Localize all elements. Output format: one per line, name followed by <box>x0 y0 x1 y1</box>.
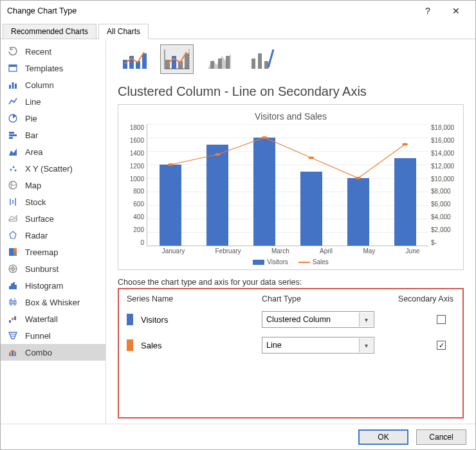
svg-rect-30 <box>15 285 17 289</box>
svg-rect-1 <box>9 65 17 67</box>
templates-icon <box>7 62 19 74</box>
stock-icon <box>7 196 19 208</box>
svg-rect-47 <box>142 53 147 69</box>
sidebar-label: Pie <box>25 114 37 123</box>
main-area: RecentTemplatesColumnLinePieBarAreaX Y (… <box>1 39 475 424</box>
svg-rect-37 <box>14 316 16 320</box>
ok-button[interactable]: OK <box>358 429 408 445</box>
svg-rect-48 <box>165 60 170 69</box>
col-series-name: Series Name <box>127 294 262 303</box>
sidebar-label: Column <box>25 80 54 90</box>
y-axis-primary: 180016001400120010008006004002000 <box>121 124 147 246</box>
sidebar-item-line[interactable]: Line <box>1 93 105 110</box>
sidebar-item-column[interactable]: Column <box>1 76 105 93</box>
recent-icon <box>7 46 19 57</box>
sidebar-item-map[interactable]: Map <box>1 177 105 194</box>
svg-point-67 <box>355 177 361 179</box>
series-header: Series Name Chart Type Secondary Axis <box>127 294 455 303</box>
x-tick: February <box>215 248 241 255</box>
sidebar-item-templates[interactable]: Templates <box>1 60 105 76</box>
svg-marker-19 <box>10 231 16 239</box>
x-tick: March <box>271 248 289 255</box>
chevron-down-icon: ▾ <box>359 338 373 352</box>
subtype-4[interactable] <box>245 44 279 74</box>
plot-area: 180016001400120010008006004002000 $18,00… <box>121 124 461 246</box>
sidebar-item-funnel[interactable]: Funnel <box>1 327 105 344</box>
sidebar-item-stock[interactable]: Stock <box>1 194 105 210</box>
sidebar-label: Line <box>25 97 41 107</box>
svg-rect-6 <box>9 132 14 134</box>
sidebar-item-bar[interactable]: Bar <box>1 127 105 143</box>
waterfall-icon <box>7 313 19 325</box>
subtype-1[interactable] <box>118 44 151 74</box>
svg-rect-36 <box>12 318 14 320</box>
titlebar: Change Chart Type ? ✕ <box>1 1 475 21</box>
histogram-icon <box>7 280 19 291</box>
svg-marker-38 <box>9 332 17 339</box>
boxwhisker-icon <box>7 296 19 308</box>
svg-point-11 <box>13 166 15 168</box>
chart-type-dropdown[interactable]: Clustered Column▾ <box>262 311 374 328</box>
x-tick: May <box>363 248 375 255</box>
subtype-2[interactable] <box>160 44 194 74</box>
series-name-label: Sales <box>141 341 262 350</box>
line-icon <box>7 96 19 107</box>
sidebar-item-sunburst[interactable]: Sunburst <box>1 260 105 277</box>
combo-icon <box>7 346 19 358</box>
subtype-title: Clustered Column - Line on Secondary Axi… <box>118 84 464 99</box>
svg-rect-20 <box>9 248 14 256</box>
svg-rect-59 <box>252 59 255 69</box>
sidebar-label: Histogram <box>25 281 63 291</box>
sidebar-label: Stock <box>25 197 46 207</box>
svg-rect-42 <box>12 351 14 356</box>
svg-line-18 <box>9 219 17 220</box>
radar-icon <box>7 230 19 241</box>
svg-line-62 <box>268 50 273 68</box>
subtype-3[interactable] <box>203 44 236 74</box>
dialog-footer: OK Cancel <box>1 424 475 449</box>
svg-rect-35 <box>9 320 11 323</box>
xy-icon <box>7 163 19 174</box>
sidebar-item-boxwhisker[interactable]: Box & Whisker <box>1 294 105 310</box>
sidebar-label: Sunburst <box>25 264 59 274</box>
series-name-label: Visitors <box>141 315 262 325</box>
legend-line-label: Sales <box>313 258 329 266</box>
secondary-axis-checkbox[interactable]: ✓ <box>437 341 446 350</box>
sidebar-item-xy[interactable]: X Y (Scatter) <box>1 160 105 177</box>
subtype-row <box>118 44 464 74</box>
sidebar-item-pie[interactable]: Pie <box>1 110 105 127</box>
tab-all-charts[interactable]: All Charts <box>98 24 149 39</box>
tab-recommended[interactable]: Recommended Charts <box>3 24 96 39</box>
close-button[interactable]: ✕ <box>442 1 470 21</box>
sidebar-label: Funnel <box>25 331 51 341</box>
help-button[interactable]: ? <box>414 1 442 21</box>
svg-rect-61 <box>264 61 268 69</box>
svg-rect-60 <box>258 53 262 69</box>
column-icon <box>7 79 19 91</box>
svg-marker-17 <box>9 215 17 221</box>
sidebar-item-radar[interactable]: Radar <box>1 227 105 244</box>
svg-rect-8 <box>9 137 13 139</box>
svg-rect-29 <box>13 282 15 289</box>
svg-point-65 <box>262 136 268 139</box>
sidebar-item-waterfall[interactable]: Waterfall <box>1 310 105 327</box>
svg-rect-44 <box>123 60 127 69</box>
sidebar-item-surface[interactable]: Surface <box>1 210 105 227</box>
chart-type-dropdown[interactable]: Line▾ <box>262 337 374 354</box>
sidebar-label: Waterfall <box>25 314 58 324</box>
svg-rect-43 <box>14 352 16 356</box>
sidebar-item-combo[interactable]: Combo <box>1 344 105 361</box>
sidebar-item-treemap[interactable]: Treemap <box>1 244 105 260</box>
svg-rect-21 <box>14 248 17 252</box>
svg-rect-3 <box>12 82 14 89</box>
col-chart-type: Chart Type <box>262 294 390 303</box>
secondary-axis-checkbox[interactable] <box>437 315 446 324</box>
chart-preview[interactable]: Visitors and Sales 180016001400120010008… <box>118 104 464 270</box>
line-layer <box>147 124 428 246</box>
sidebar-item-area[interactable]: Area <box>1 143 105 160</box>
sidebar-item-histogram[interactable]: Histogram <box>1 277 105 294</box>
area-icon <box>7 146 19 158</box>
sidebar-item-recent[interactable]: Recent <box>1 43 105 60</box>
chart-type-sidebar: RecentTemplatesColumnLinePieBarAreaX Y (… <box>1 39 106 424</box>
cancel-button[interactable]: Cancel <box>416 429 466 445</box>
